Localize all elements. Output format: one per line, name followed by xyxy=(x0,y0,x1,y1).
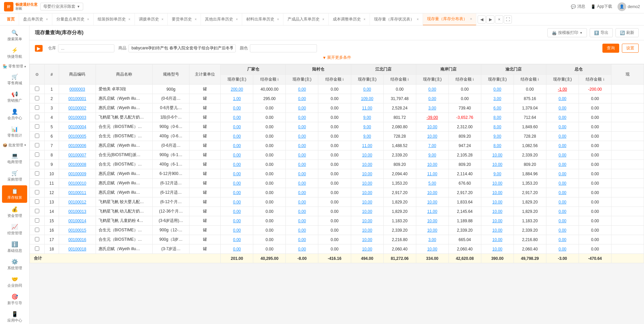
lc-qty-link[interactable]: 0.00 xyxy=(298,96,306,101)
collapse-btn[interactable]: ▶ xyxy=(35,45,43,52)
close-icon[interactable]: × xyxy=(236,17,238,21)
sidebar-item-collab[interactable]: 🤝 企业协同 xyxy=(0,273,29,291)
row-checkbox[interactable] xyxy=(35,143,39,147)
warehouse-input[interactable] xyxy=(58,44,114,52)
sidebar-item-search[interactable]: 🔍 搜索英单 xyxy=(0,27,29,44)
code-link[interactable]: 00100005 xyxy=(68,134,86,139)
tab-other-out[interactable]: 其他出库单历史 × xyxy=(201,13,242,26)
lc-qty-link[interactable]: 0.00 xyxy=(298,219,306,223)
na-qty-link[interactable]: 10.00 xyxy=(427,162,437,167)
cf-qty-link[interactable]: 0.00 xyxy=(233,200,241,204)
jb-qty-link[interactable]: 0.00 xyxy=(363,87,371,92)
lc-qty-link[interactable]: 0.00 xyxy=(298,237,306,242)
tab-stock-status[interactable]: 现存量（库存状况表） × xyxy=(370,13,423,26)
na-qty-link[interactable]: 0.00 xyxy=(428,87,436,92)
cell-check[interactable] xyxy=(30,160,45,169)
app-download-btn[interactable]: 📱 App下载 xyxy=(591,4,612,9)
jb-qty-link[interactable]: 11.00 xyxy=(362,143,372,148)
cell-check[interactable] xyxy=(30,244,45,254)
close-icon[interactable]: × xyxy=(46,17,48,21)
na-qty-link[interactable]: 7.00 xyxy=(428,143,436,148)
sidebar-item-operations[interactable]: 📈 经营管理 xyxy=(0,221,29,238)
total-qty-link[interactable]: -1.00 xyxy=(558,87,567,92)
na-qty-link[interactable]: 10.00 xyxy=(427,190,437,195)
yb-qty-link[interactable]: 6.00 xyxy=(493,106,501,110)
close-icon[interactable]: × xyxy=(470,17,472,21)
sidebar-item-ecommerce[interactable]: 💻 电商管理 xyxy=(0,150,29,167)
total-qty-link[interactable]: 0.00 xyxy=(558,96,566,101)
cf-qty-link[interactable]: 0.00 xyxy=(233,134,241,139)
total-qty-link[interactable]: 0.00 xyxy=(558,237,566,242)
total-qty-link[interactable]: 0.00 xyxy=(558,134,566,139)
cf-qty-link[interactable]: 0.00 xyxy=(233,172,241,176)
sidebar-item-app-center[interactable]: 📱 应用中心 xyxy=(0,308,29,324)
cf-qty-link[interactable]: 0.00 xyxy=(233,181,241,186)
lc-qty-link[interactable]: 0.00 xyxy=(298,181,306,186)
close-icon[interactable]: × xyxy=(162,17,164,21)
cf-qty-link[interactable]: 0.00 xyxy=(233,228,241,233)
code-link[interactable]: 00100008 xyxy=(68,162,86,167)
tab-order[interactable]: 要货单历史 × xyxy=(168,13,201,26)
cell-check[interactable] xyxy=(30,207,45,216)
code-link[interactable]: 00100007 xyxy=(68,153,86,157)
sidebar-item-inventory[interactable]: 📋 库存核算 xyxy=(2,185,27,203)
cell-check[interactable] xyxy=(30,216,45,226)
code-link[interactable]: 00100009 xyxy=(68,172,86,176)
cell-check[interactable] xyxy=(30,141,45,150)
total-qty-link[interactable]: 0.00 xyxy=(558,190,566,195)
yb-qty-link[interactable]: 9.00 xyxy=(493,134,501,139)
sidebar-item-member[interactable]: 👤 会员中心 xyxy=(0,106,29,123)
messages-btn[interactable]: 💬 消息 xyxy=(571,4,585,9)
cell-check[interactable] xyxy=(30,132,45,141)
yb-qty-link[interactable]: 0.00 xyxy=(493,87,501,92)
goods-input[interactable] xyxy=(128,44,236,52)
row-checkbox[interactable] xyxy=(35,181,39,185)
row-checkbox[interactable] xyxy=(35,209,39,213)
row-checkbox[interactable] xyxy=(35,162,39,166)
cf-qty-link[interactable]: 0.00 xyxy=(233,106,241,110)
close-icon[interactable]: × xyxy=(87,17,89,21)
row-checkbox[interactable] xyxy=(35,190,39,194)
sidebar-item-system[interactable]: ⚙️ 系统管理 xyxy=(0,256,29,273)
total-qty-link[interactable]: 0.00 xyxy=(558,172,566,176)
code-link[interactable]: 00100004 xyxy=(68,125,86,129)
cell-check[interactable] xyxy=(30,197,45,207)
refresh-btn[interactable]: 🔄 刷新 xyxy=(615,28,639,37)
total-qty-link[interactable]: 0.00 xyxy=(558,125,566,129)
close-icon[interactable]: × xyxy=(364,17,366,21)
na-qty-link[interactable]: 0.00 xyxy=(428,96,436,101)
row-checkbox[interactable] xyxy=(35,115,39,119)
industry-selector[interactable]: 母婴行业演示陈套 ▼ xyxy=(40,3,83,10)
jb-qty-link[interactable]: 10.00 xyxy=(362,153,372,157)
yb-qty-link[interactable]: 10.00 xyxy=(492,190,502,195)
cell-check[interactable] xyxy=(30,188,45,197)
yb-qty-link[interactable]: 8.00 xyxy=(493,143,501,148)
sidebar-item-basic-info[interactable]: ℹ️ 基础信息 xyxy=(0,238,29,256)
lc-qty-link[interactable]: 0.00 xyxy=(298,190,306,195)
code-link[interactable]: 0000003 xyxy=(69,87,85,92)
total-qty-link[interactable]: 0.00 xyxy=(558,209,566,214)
close-icon[interactable]: × xyxy=(128,17,130,21)
row-checkbox[interactable] xyxy=(35,152,39,157)
total-qty-link[interactable]: 0.00 xyxy=(558,247,566,251)
jb-qty-link[interactable]: 9.00 xyxy=(363,134,371,139)
tab-split-inventory[interactable]: 分量盘点单历史 × xyxy=(52,13,94,26)
sidebar-item-marketing[interactable]: 📢 营销推广 xyxy=(0,88,29,106)
yb-qty-link[interactable]: 10.00 xyxy=(492,181,502,186)
lc-qty-link[interactable]: 0.00 xyxy=(298,200,306,204)
jb-qty-link[interactable]: 10.00 xyxy=(362,172,372,176)
lc-qty-link[interactable]: 0.00 xyxy=(298,162,306,167)
cf-qty-link[interactable]: 0.00 xyxy=(233,190,241,195)
yb-qty-link[interactable]: 10.00 xyxy=(492,200,502,204)
sidebar-item-retail-stats[interactable]: 📊 零售统计 xyxy=(0,123,29,141)
cell-check[interactable] xyxy=(30,226,45,235)
cf-qty-link[interactable]: 0.00 xyxy=(233,153,241,157)
sidebar-item-guide[interactable]: 🎯 新手引导 xyxy=(0,291,29,308)
yb-qty-link[interactable]: 10.00 xyxy=(492,209,502,214)
tab-fullscreen-btn[interactable]: ⛶ xyxy=(504,15,512,24)
jb-qty-link[interactable]: 9.00 xyxy=(363,125,371,129)
yb-qty-link[interactable]: 8.00 xyxy=(493,115,501,120)
row-checkbox[interactable] xyxy=(35,124,39,129)
cf-qty-link[interactable]: 200.00 xyxy=(231,87,243,92)
total-qty-link[interactable]: 0.00 xyxy=(558,106,566,110)
